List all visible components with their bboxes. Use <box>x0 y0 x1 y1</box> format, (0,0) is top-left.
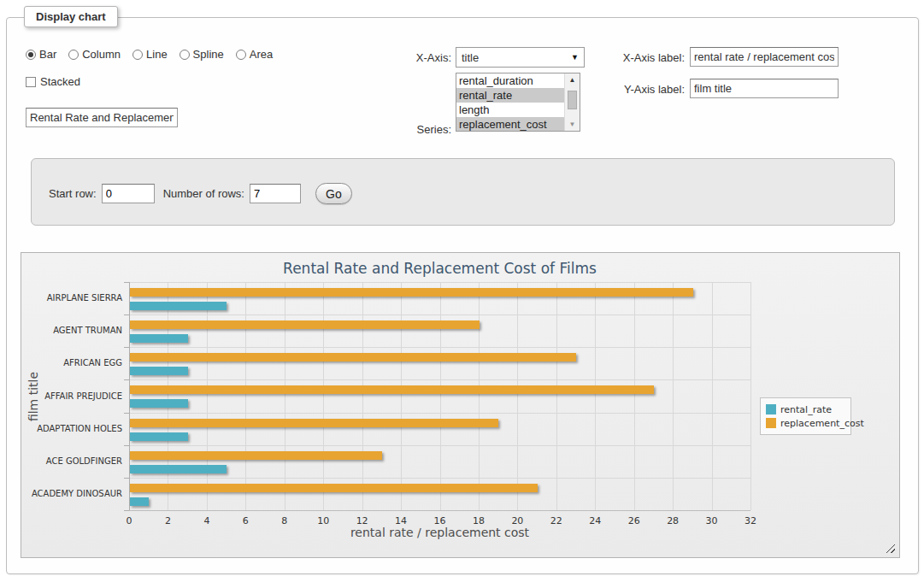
bar-replacement_cost[interactable] <box>130 451 382 460</box>
radio-label: Bar <box>39 48 56 61</box>
series-option-rental_rate[interactable]: rental_rate <box>456 88 564 103</box>
gridline <box>129 413 750 414</box>
bar-rental_rate[interactable] <box>130 399 188 408</box>
scroll-up-icon[interactable]: ▲ <box>565 73 580 86</box>
x-tick-label: 0 <box>114 515 144 526</box>
bar-replacement_cost[interactable] <box>130 353 576 362</box>
stacked-label: Stacked <box>40 75 80 88</box>
listbox-scrollbar[interactable]: ▲ ▼ <box>564 73 580 131</box>
category-label: AFFAIR PREJUDICE <box>21 391 122 402</box>
x-tick-label: 22 <box>541 515 572 526</box>
chart-title-input[interactable] <box>26 108 178 127</box>
x-tick-label: 12 <box>347 515 378 526</box>
gridline <box>556 282 557 510</box>
start-row-input[interactable] <box>102 184 155 203</box>
bar-replacement_cost[interactable] <box>130 288 693 297</box>
rows-panel: Start row: Number of rows: Go <box>31 158 895 226</box>
rows-controls: Start row: Number of rows: Go <box>49 183 352 204</box>
y-axis-label-input[interactable] <box>690 79 839 98</box>
gridline <box>517 282 518 510</box>
category-label: ACE GOLDFINGER <box>21 456 122 467</box>
radio-label: Area <box>250 48 273 61</box>
gridline <box>245 282 246 510</box>
series-select-label: Series: <box>376 123 451 136</box>
legend-label: rental_rate <box>780 404 832 415</box>
dropdown-arrow-icon: ▼ <box>571 53 579 62</box>
x-tick-label: 6 <box>230 515 261 526</box>
radio-icon[interactable] <box>68 50 79 60</box>
legend-swatch-icon <box>766 404 776 414</box>
x-tick-label: 14 <box>385 515 416 526</box>
chart-type-option-column[interactable]: Column <box>68 48 121 61</box>
gridline <box>479 282 480 510</box>
x-tick-label: 30 <box>697 515 727 526</box>
bar-rental_rate[interactable] <box>130 367 188 375</box>
chart-title: Rental Rate and Replacement Cost of Film… <box>129 260 750 277</box>
chart-type-option-area[interactable]: Area <box>236 48 273 61</box>
series-option-replacement_cost[interactable]: replacement_cost <box>456 117 564 132</box>
x-tick-label: 24 <box>580 515 610 526</box>
radio-label: Line <box>146 48 168 61</box>
scroll-down-icon[interactable]: ▼ <box>565 118 580 131</box>
y-axis-line <box>129 282 130 510</box>
page: Display chart BarColumnLineSplineArea St… <box>0 0 924 582</box>
legend-item-rental_rate[interactable]: rental_rate <box>766 403 845 416</box>
x-axis-select[interactable]: title ▼ <box>456 47 585 68</box>
chart-type-radiogroup: BarColumnLineSplineArea <box>26 48 280 61</box>
gridline <box>750 282 751 510</box>
x-tick-label: 18 <box>463 515 494 526</box>
num-rows-label: Number of rows: <box>163 187 244 200</box>
category-label: AGENT TRUMAN <box>21 326 122 336</box>
gridline <box>362 282 363 510</box>
resize-handle-icon[interactable] <box>886 544 895 553</box>
gridline <box>129 478 750 479</box>
x-axis-select-label: X-Axis: <box>376 51 451 64</box>
legend-label: replacement_cost <box>780 418 864 429</box>
x-tick-label: 28 <box>657 515 688 526</box>
scrollbar-thumb[interactable] <box>568 91 577 109</box>
x-tick-label: 10 <box>308 515 338 526</box>
x-axis-line <box>129 510 750 511</box>
num-rows-input[interactable] <box>250 184 301 203</box>
category-label: ADAPTATION HOLES <box>21 424 122 434</box>
legend-swatch-icon <box>766 418 776 428</box>
chart-type-option-line[interactable]: Line <box>132 48 168 61</box>
bar-rental_rate[interactable] <box>130 497 149 506</box>
gridline <box>712 282 713 510</box>
radio-icon[interactable] <box>26 50 36 60</box>
category-label: ACADEMY DINOSAUR <box>21 489 122 499</box>
bar-replacement_cost[interactable] <box>130 385 654 394</box>
series-option-rental_duration[interactable]: rental_duration <box>456 73 564 88</box>
bar-rental_rate[interactable] <box>130 334 188 343</box>
radio-icon[interactable] <box>236 50 246 60</box>
bar-replacement_cost[interactable] <box>130 320 480 329</box>
x-axis-selected-value: title <box>462 51 479 64</box>
y-axis-label-label: Y-Axis label: <box>599 83 685 96</box>
bar-rental_rate[interactable] <box>130 465 227 473</box>
stacked-checkbox[interactable] <box>26 77 36 87</box>
x-tick-label: 20 <box>502 515 533 526</box>
gridline <box>673 282 674 510</box>
radio-icon[interactable] <box>132 50 143 60</box>
bar-rental_rate[interactable] <box>130 302 227 310</box>
gridline <box>168 282 168 510</box>
gridline <box>129 282 750 283</box>
go-button[interactable]: Go <box>315 183 352 204</box>
series-option-length[interactable]: length <box>456 103 564 117</box>
gridline <box>129 315 750 315</box>
x-axis-label-input[interactable] <box>690 47 839 67</box>
x-tick-label: 2 <box>152 515 183 526</box>
gridline <box>440 282 441 510</box>
legend-item-replacement_cost[interactable]: replacement_cost <box>766 416 845 430</box>
bar-replacement_cost[interactable] <box>130 484 538 492</box>
chart-type-option-spline[interactable]: Spline <box>180 48 224 61</box>
series-listbox[interactable]: rental_durationrental_ratelengthreplacem… <box>456 73 580 132</box>
chart-type-option-bar[interactable]: Bar <box>26 48 56 61</box>
bar-rental_rate[interactable] <box>130 432 188 441</box>
start-row-label: Start row: <box>49 187 97 200</box>
gridline <box>129 445 750 446</box>
stacked-checkbox-row[interactable]: Stacked <box>26 75 80 88</box>
radio-icon[interactable] <box>180 50 190 60</box>
x-tick-label: 26 <box>619 515 650 526</box>
bar-replacement_cost[interactable] <box>130 419 498 427</box>
